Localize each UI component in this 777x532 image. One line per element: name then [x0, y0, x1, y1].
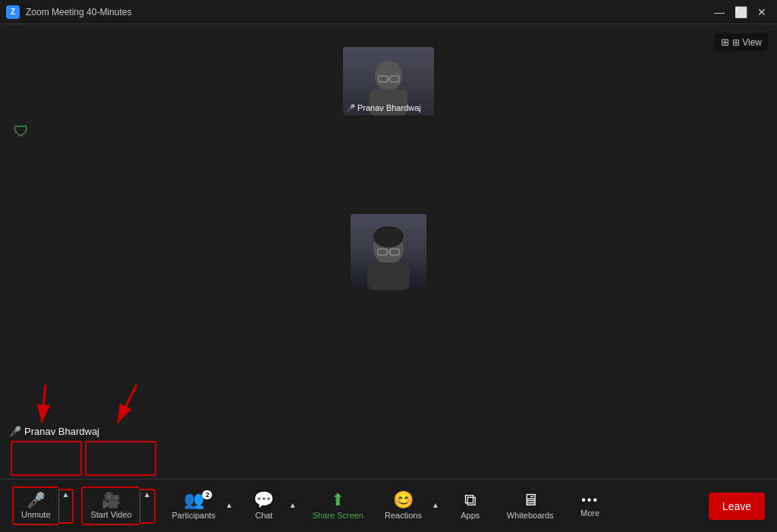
- chat-icon: 💬: [253, 492, 274, 508]
- title-bar-left: Z Zoom Meeting 40-Minutes: [6, 5, 131, 19]
- participants-label: Participants: [171, 511, 215, 520]
- apps-group: ⧉ Apps: [448, 487, 493, 524]
- camera-icon: 🎥: [102, 493, 121, 508]
- participants-icon: 👥: [184, 492, 204, 508]
- more-icon: •••: [581, 494, 599, 506]
- participants-group: 👥 2 Participants ▲: [164, 487, 234, 524]
- apps-icon: ⧉: [464, 492, 477, 508]
- start-video-button[interactable]: 🎥 Start Video: [81, 486, 139, 525]
- video-frame-center: [351, 214, 426, 290]
- reactions-chevron-button[interactable]: ▲: [429, 501, 442, 511]
- share-screen-label: Share Screen: [313, 511, 363, 520]
- chat-chevron-button[interactable]: ▲: [287, 501, 299, 511]
- toolbar-center: 👥 2 Participants ▲ 💬 Chat ▲ ⬆ Share Scre…: [164, 487, 612, 524]
- participant-name-tag-top: 🎤 Pranav Bhardwaj: [346, 103, 421, 112]
- participant-video-top: 🎤 Pranav Bhardwaj: [343, 47, 434, 115]
- svg-line-14: [42, 385, 46, 423]
- toolbar: 🎤 Unmute ▲ 🎥 Start Video ▲ 👥 2 Part: [0, 479, 777, 532]
- participants-button[interactable]: 👥 2 Participants: [164, 487, 222, 524]
- svg-line-15: [118, 385, 137, 423]
- share-screen-icon: ⬆: [331, 492, 344, 508]
- self-video-center: [351, 214, 426, 290]
- leave-button[interactable]: Leave: [709, 493, 765, 520]
- chevron-up-icon-3: ▲: [225, 501, 233, 509]
- security-shield-icon: 🛡: [14, 123, 30, 140]
- toolbar-left: 🎤 Unmute ▲ 🎥 Start Video ▲: [12, 486, 156, 525]
- unmute-group: 🎤 Unmute ▲: [12, 486, 74, 525]
- whiteboards-label: Whiteboards: [507, 511, 554, 520]
- whiteboards-group: 🖥 Whiteboards: [499, 487, 562, 524]
- more-group: ••• More: [568, 490, 613, 522]
- close-button[interactable]: ✕: [753, 3, 771, 21]
- start-video-group: 🎥 Start Video ▲: [81, 486, 155, 525]
- zoom-logo-icon: Z: [6, 5, 20, 19]
- share-screen-group: ⬆ Share Screen: [305, 487, 371, 524]
- more-label: More: [580, 508, 599, 518]
- view-label: ⊞ View: [732, 37, 762, 48]
- more-button[interactable]: ••• More: [568, 490, 613, 522]
- reactions-icon: 😊: [393, 492, 414, 508]
- chat-label: Chat: [255, 511, 272, 520]
- mute-icon-top: 🎤: [346, 104, 355, 112]
- video-chevron-button[interactable]: ▲: [140, 489, 156, 524]
- chat-group: 💬 Chat ▲: [241, 487, 299, 524]
- chat-button[interactable]: 💬 Chat: [241, 487, 287, 524]
- grid-icon: ⊞: [721, 36, 729, 48]
- self-participant-label: 🎤 Pranav Bhardwaj: [9, 426, 99, 437]
- unmute-button[interactable]: 🎤 Unmute: [12, 486, 58, 525]
- whiteboards-button[interactable]: 🖥 Whiteboards: [499, 487, 562, 524]
- svg-point-9: [373, 226, 404, 247]
- reactions-label: Reactions: [385, 511, 422, 520]
- share-screen-button[interactable]: ⬆ Share Screen: [305, 487, 371, 524]
- minimize-button[interactable]: —: [710, 3, 728, 21]
- chevron-up-icon-5: ▲: [432, 501, 439, 509]
- unmute-chevron-button[interactable]: ▲: [58, 489, 74, 524]
- apps-label: Apps: [461, 511, 480, 520]
- view-button[interactable]: ⊞ ⊞ View: [715, 33, 768, 51]
- mute-icon: 🎤: [27, 493, 46, 508]
- startvideo-highlight-box: [85, 441, 156, 476]
- start-video-label: Start Video: [90, 510, 131, 519]
- participants-chevron-button[interactable]: ▲: [223, 501, 235, 511]
- chevron-up-icon: ▲: [62, 490, 70, 499]
- window-title: Zoom Meeting 40-Minutes: [26, 7, 131, 17]
- toolbar-right: Leave: [709, 493, 765, 520]
- unmute-highlight-box: [11, 441, 82, 476]
- video-frame-top: 🎤 Pranav Bhardwaj: [343, 47, 434, 115]
- reactions-button[interactable]: 😊 Reactions: [377, 487, 429, 524]
- window-controls: — ⬜ ✕: [710, 3, 771, 21]
- title-bar: Z Zoom Meeting 40-Minutes — ⬜ ✕: [0, 0, 777, 24]
- unmute-label: Unmute: [21, 510, 51, 519]
- apps-button[interactable]: ⧉ Apps: [448, 487, 493, 524]
- chevron-up-icon-2: ▲: [143, 490, 151, 499]
- mute-icon-self: 🎤: [9, 426, 21, 437]
- chevron-up-icon-4: ▲: [289, 501, 297, 509]
- participant-name-top: Pranav Bhardwaj: [357, 103, 421, 112]
- reactions-group: 😊 Reactions ▲: [377, 487, 442, 524]
- participants-badge: 2: [203, 490, 212, 499]
- self-participant-name: Pranav Bhardwaj: [24, 426, 99, 437]
- maximize-button[interactable]: ⬜: [731, 3, 750, 21]
- whiteboards-icon: 🖥: [522, 492, 539, 508]
- self-video-silhouette: [351, 214, 426, 290]
- svg-rect-8: [367, 263, 410, 290]
- main-video-area: ⊞ ⊞ View 🛡: [0, 24, 777, 479]
